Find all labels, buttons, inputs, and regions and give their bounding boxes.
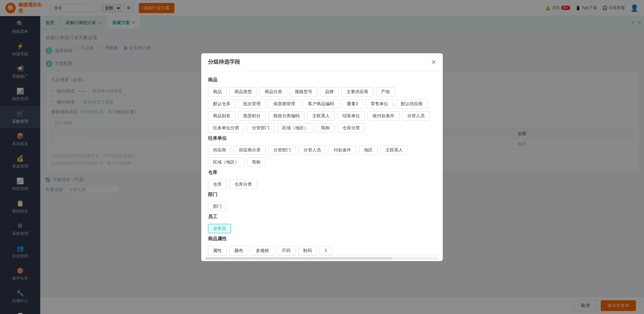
field-grid-product4: 往来单位分类 分管部门 区域（地区） 简称 仓库分类: [208, 123, 436, 133]
modal-title: 分组待选字段: [208, 59, 240, 66]
field-tag[interactable]: 仓库: [208, 180, 227, 189]
field-grid-product2: 默认仓库 批次管理 保质期管理 客户商品编码 重量3 零售单位 默认供应商: [208, 99, 436, 109]
field-grid-partner2: 区域（地区） 简称: [208, 158, 436, 167]
section-title-employee: 员工: [208, 214, 436, 220]
field-tag[interactable]: 鞋码: [298, 246, 317, 255]
field-tag[interactable]: 零售单位: [366, 99, 393, 109]
field-tag[interactable]: 商品: [208, 87, 227, 97]
section-title-attr: 商品属性: [208, 236, 436, 242]
field-tag[interactable]: 简称: [316, 123, 335, 133]
field-tag[interactable]: 多规格: [251, 246, 274, 255]
section-title-partner: 往来单位: [208, 135, 436, 141]
field-tag[interactable]: 供应商分类: [234, 145, 266, 155]
field-tag[interactable]: 产地: [376, 87, 395, 97]
field-tag[interactable]: 区域（地区）: [277, 123, 313, 133]
field-tag[interactable]: 商品分类: [260, 87, 287, 97]
field-tag[interactable]: 商品类型: [229, 87, 257, 97]
field-tag[interactable]: 默认供应商: [396, 99, 428, 109]
field-grid-attr: 属性 颜色 多规格 尺码 鞋码 1: [208, 246, 436, 255]
field-tag[interactable]: 仓库分类: [337, 123, 365, 133]
field-grid-employee: 业务员: [208, 224, 436, 233]
field-grid-product3: 商品别名 拣货积分 税收分类编码 主联系人 结算单位 收付款条件 分管人员: [208, 111, 436, 121]
scrollbar-thumb: [205, 257, 392, 260]
field-tag[interactable]: 分管人员: [299, 145, 326, 155]
modal-header: 分组待选字段 ✕: [201, 53, 443, 72]
field-grid-product: 商品 商品类型 商品分类 规格型号 品牌 主要供应商 产地: [208, 87, 436, 97]
modal-body[interactable]: 商品 商品 商品类型 商品分类 规格型号 品牌 主要供应商 产地 默认仓库 批次…: [201, 72, 443, 255]
modal-footer-scroll: [201, 255, 443, 261]
section-title-product: 商品: [208, 77, 436, 83]
field-tag[interactable]: 往来单位分类: [208, 123, 244, 133]
field-tag[interactable]: 简称: [247, 158, 266, 167]
field-tag[interactable]: 规格型号: [290, 87, 317, 97]
field-tag[interactable]: 税收分类编码: [268, 111, 305, 121]
field-tag[interactable]: 结算单位: [337, 111, 365, 121]
section-title-dept: 部门: [208, 192, 436, 198]
field-tag[interactable]: 拣货积分: [238, 111, 266, 121]
field-tag[interactable]: 颜色: [229, 246, 248, 255]
field-tag[interactable]: 1: [320, 246, 332, 255]
field-tag[interactable]: 批次管理: [238, 99, 266, 109]
field-tag[interactable]: 地区: [359, 145, 378, 155]
field-tag[interactable]: 主联系人: [380, 145, 408, 155]
field-tag-selected[interactable]: 业务员: [208, 224, 231, 233]
field-tag[interactable]: 主联系人: [307, 111, 335, 121]
field-tag[interactable]: 重量3: [342, 99, 363, 109]
field-tag[interactable]: 默认仓库: [208, 99, 235, 109]
modal: 分组待选字段 ✕ 商品 商品 商品类型 商品分类 规格型号 品牌 主要供应商 产…: [201, 53, 443, 261]
field-tag[interactable]: 尺码: [277, 246, 296, 255]
field-tag[interactable]: 付款条件: [329, 145, 356, 155]
field-tag[interactable]: 部门: [208, 202, 227, 211]
field-tag[interactable]: 收付款条件: [368, 111, 399, 121]
field-tag[interactable]: 客户商品编码: [303, 99, 339, 109]
field-grid-warehouse: 仓库 仓库分类: [208, 180, 436, 189]
field-tag[interactable]: 商品别名: [208, 111, 235, 121]
field-tag[interactable]: 品牌: [320, 87, 339, 97]
field-tag[interactable]: 保质期管理: [268, 99, 300, 109]
field-grid-dept: 部门: [208, 202, 436, 211]
horizontal-scrollbar[interactable]: [205, 257, 439, 260]
section-title-warehouse: 仓库: [208, 170, 436, 176]
field-tag[interactable]: 属性: [208, 246, 227, 255]
field-tag[interactable]: 区域（地区）: [208, 158, 244, 167]
field-grid-partner: 供应商 供应商分类 分管部门 分管人员 付款条件 地区 主联系人: [208, 145, 436, 155]
field-tag[interactable]: 分管部门: [247, 123, 274, 133]
field-tag[interactable]: 分管人员: [402, 111, 430, 121]
field-tag[interactable]: 供应商: [208, 145, 231, 155]
field-tag[interactable]: 主要供应商: [341, 87, 373, 97]
field-tag[interactable]: 仓库分类: [229, 180, 257, 189]
field-tag[interactable]: 分管部门: [268, 145, 296, 155]
modal-close-button[interactable]: ✕: [431, 59, 436, 66]
